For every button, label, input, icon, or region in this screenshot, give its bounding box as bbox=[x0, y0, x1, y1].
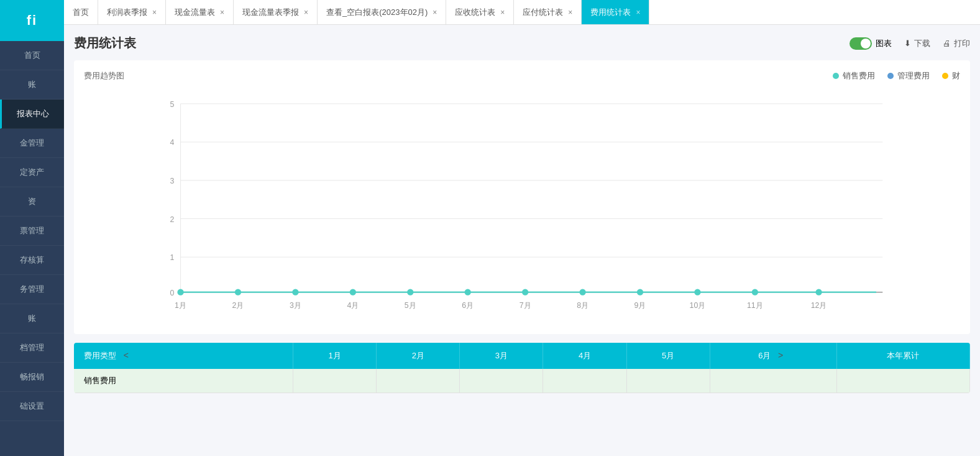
sidebar-item-cash[interactable]: 金管理 bbox=[0, 129, 64, 158]
legend-admin: 管理费用 bbox=[887, 70, 930, 81]
table-header-row: 费用类型 < 1月 2月 3月 4月 5月 6月 > 本年累计 bbox=[74, 343, 970, 369]
chart-svg: 5 4 3 2 1 0 bbox=[84, 88, 960, 324]
tab-cashflow[interactable]: 现金流量表 × bbox=[166, 0, 234, 25]
content-area: 费用统计表 图表 ⬇ 下载 🖨 打印 费用趋势图 bbox=[64, 25, 980, 456]
legend-dot-sales bbox=[833, 73, 839, 79]
tab-payable[interactable]: 应付统计表 × bbox=[514, 0, 582, 25]
point-jul bbox=[522, 289, 528, 295]
point-dec bbox=[815, 289, 822, 295]
tab-close-profit-quarterly[interactable]: × bbox=[152, 8, 157, 17]
tab-close-blank-report[interactable]: × bbox=[433, 8, 437, 17]
chart-title: 费用趋势图 bbox=[84, 70, 124, 81]
point-feb bbox=[235, 289, 241, 295]
data-table-wrap: 费用类型 < 1月 2月 3月 4月 5月 6月 > 本年累计 bbox=[74, 343, 970, 393]
sidebar-item-expense[interactable]: 畅报销 bbox=[0, 363, 64, 392]
page-header: 费用统计表 图表 ⬇ 下载 🖨 打印 bbox=[74, 35, 970, 52]
tab-profit-quarterly[interactable]: 利润表季报 × bbox=[98, 0, 166, 25]
tab-cashflow-quarterly[interactable]: 现金流量表季报 × bbox=[234, 0, 318, 25]
x-label-sep: 9月 bbox=[634, 301, 646, 310]
point-aug bbox=[579, 289, 585, 295]
row-label-sales: 销售费用 bbox=[74, 369, 293, 393]
tab-close-cashflow-quarterly[interactable]: × bbox=[304, 8, 308, 17]
tab-close-cashflow[interactable]: × bbox=[220, 8, 224, 17]
main-area: 首页 利润表季报 × 现金流量表 × 现金流量表季报 × 查看_空白报表(202… bbox=[64, 0, 980, 456]
tab-receivable[interactable]: 应收统计表 × bbox=[446, 0, 514, 25]
legend-label-finance: 财 bbox=[952, 70, 960, 81]
y-label-1: 1 bbox=[170, 253, 174, 262]
chart-header: 费用趋势图 销售费用 管理费用 财 bbox=[84, 70, 960, 81]
point-jun bbox=[465, 289, 471, 295]
chart-legend: 销售费用 管理费用 财 bbox=[833, 70, 960, 81]
row-val-5 bbox=[626, 369, 710, 393]
sidebar-item-service[interactable]: 务管理 bbox=[0, 275, 64, 304]
sidebar-item-account[interactable]: 账 bbox=[0, 70, 64, 100]
x-label-mar: 3月 bbox=[290, 301, 301, 310]
x-label-dec: 12月 bbox=[811, 301, 827, 310]
sidebar-item-home[interactable]: 首页 bbox=[0, 41, 64, 70]
print-icon: 🖨 bbox=[943, 39, 951, 48]
sidebar: fi 首页 账 报表中心 金管理 定资产 资 票管理 存核算 务管理 账 档管理… bbox=[0, 0, 64, 456]
sidebar-item-inventory[interactable]: 存核算 bbox=[0, 246, 64, 275]
chart-toggle-wrap: 图表 bbox=[849, 37, 892, 50]
legend-finance: 财 bbox=[942, 70, 960, 81]
table-row: 销售费用 bbox=[74, 369, 970, 393]
y-label-4: 4 bbox=[170, 138, 174, 147]
row-val-2 bbox=[377, 369, 460, 393]
x-label-may: 5月 bbox=[405, 301, 416, 310]
page-title: 费用统计表 bbox=[74, 35, 136, 52]
chart-card: 费用趋势图 销售费用 管理费用 财 bbox=[74, 60, 970, 334]
col-month-4: 4月 bbox=[543, 343, 626, 369]
col-month-6: 6月 > bbox=[710, 343, 836, 369]
point-oct bbox=[694, 289, 700, 295]
print-button[interactable]: 🖨 打印 bbox=[943, 38, 970, 49]
x-label-aug: 8月 bbox=[577, 301, 588, 310]
sidebar-item-settings[interactable]: 础设置 bbox=[0, 392, 64, 421]
y-label-3: 3 bbox=[170, 177, 174, 185]
y-label-5: 5 bbox=[170, 100, 174, 109]
tab-blank-report[interactable]: 查看_空白报表(2023年02月) × bbox=[318, 0, 446, 25]
y-label-2: 2 bbox=[170, 215, 174, 224]
x-label-feb: 2月 bbox=[232, 301, 244, 310]
sidebar-item-capital[interactable]: 资 bbox=[0, 187, 64, 216]
expense-table: 费用类型 < 1月 2月 3月 4月 5月 6月 > 本年累计 bbox=[74, 343, 970, 393]
point-may bbox=[407, 289, 413, 295]
nav-next-button[interactable]: > bbox=[773, 350, 788, 360]
chart-toggle[interactable] bbox=[849, 37, 872, 50]
col-month-1: 1月 bbox=[293, 343, 377, 369]
sidebar-item-invoice[interactable]: 票管理 bbox=[0, 216, 64, 246]
row-val-4 bbox=[543, 369, 626, 393]
x-label-oct: 10月 bbox=[690, 301, 706, 310]
download-button[interactable]: ⬇ 下载 bbox=[904, 38, 930, 49]
y-label-0: 0 bbox=[170, 289, 174, 297]
x-label-jun: 6月 bbox=[462, 301, 474, 310]
point-jan bbox=[177, 289, 183, 295]
legend-dot-admin bbox=[887, 73, 894, 79]
sidebar-item-assets[interactable]: 定资产 bbox=[0, 158, 64, 187]
tab-expense[interactable]: 费用统计表 × bbox=[582, 0, 649, 25]
row-val-1 bbox=[293, 369, 377, 393]
legend-dot-finance bbox=[942, 73, 948, 79]
row-val-3 bbox=[460, 369, 543, 393]
chart-toggle-label: 图表 bbox=[876, 38, 892, 49]
sidebar-item-archive[interactable]: 档管理 bbox=[0, 333, 64, 363]
x-label-apr: 4月 bbox=[347, 301, 359, 310]
legend-sales: 销售费用 bbox=[833, 70, 875, 81]
tab-close-payable[interactable]: × bbox=[568, 8, 572, 17]
nav-prev-button[interactable]: < bbox=[119, 350, 134, 360]
legend-label-sales: 销售费用 bbox=[843, 70, 875, 81]
tab-close-receivable[interactable]: × bbox=[500, 8, 505, 17]
sidebar-item-ledger[interactable]: 账 bbox=[0, 304, 64, 333]
header-actions: 图表 ⬇ 下载 🖨 打印 bbox=[849, 37, 970, 50]
legend-label-admin: 管理费用 bbox=[897, 70, 930, 81]
row-val-6 bbox=[710, 369, 836, 393]
sidebar-item-reports[interactable]: 报表中心 bbox=[0, 100, 64, 129]
tab-home[interactable]: 首页 bbox=[64, 0, 98, 25]
tab-bar: 首页 利润表季报 × 现金流量表 × 现金流量表季报 × 查看_空白报表(202… bbox=[64, 0, 980, 25]
row-val-ytd bbox=[836, 369, 969, 393]
point-mar bbox=[292, 289, 298, 295]
col-ytd: 本年累计 bbox=[836, 343, 969, 369]
tab-close-expense[interactable]: × bbox=[636, 8, 640, 17]
x-label-nov: 11月 bbox=[747, 301, 763, 310]
x-label-jul: 7月 bbox=[520, 301, 531, 310]
col-month-2: 2月 bbox=[377, 343, 460, 369]
